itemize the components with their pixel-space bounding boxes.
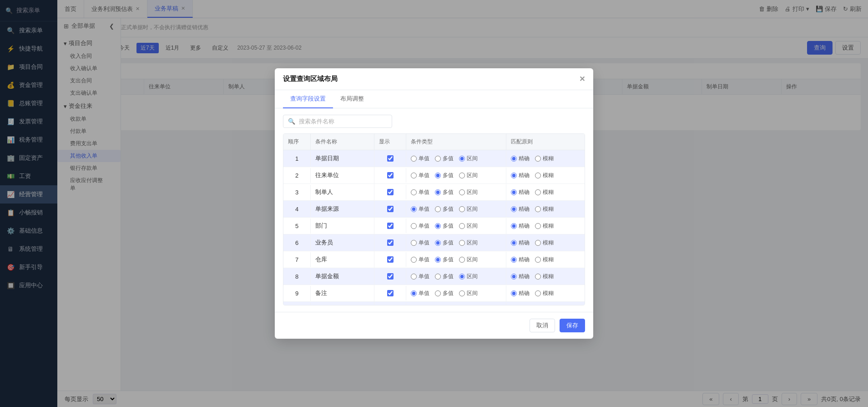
modal-overlay[interactable]: 设置查询区域布局 ✕ 查询字段设置布局调整 🔍 顺序条件名称显示条件类型匹配原则…: [0, 0, 868, 407]
match-radio-label-7-1[interactable]: 模糊: [535, 273, 554, 280]
match-radio-2-0[interactable]: [511, 189, 517, 195]
cond-radio-label-5-1[interactable]: 多值: [435, 239, 454, 247]
match-radio-label-1-0[interactable]: 精确: [511, 172, 530, 179]
cond-radio-5-0[interactable]: [411, 240, 417, 246]
cond-radio-label-5-0[interactable]: 单值: [411, 239, 429, 247]
match-radio-label-4-1[interactable]: 模糊: [535, 222, 554, 230]
match-radio-label-3-0[interactable]: 精确: [511, 205, 530, 213]
match-radio-label-2-0[interactable]: 精确: [511, 188, 530, 196]
match-radio-label-2-1[interactable]: 模糊: [535, 188, 554, 196]
cond-radio-3-1[interactable]: [435, 206, 441, 212]
show-checkbox-6[interactable]: [387, 256, 394, 263]
cond-radio-label-2-2[interactable]: 区间: [459, 188, 478, 196]
cond-radio-label-2-1[interactable]: 多值: [435, 188, 454, 196]
cond-radio-0-1[interactable]: [435, 156, 441, 162]
cond-radio-label-5-2[interactable]: 区间: [459, 239, 478, 247]
cond-radio-0-2[interactable]: [459, 156, 465, 162]
cond-radio-label-1-0[interactable]: 单值: [411, 172, 429, 179]
cond-radio-0-0[interactable]: [411, 156, 417, 162]
match-radio-5-0[interactable]: [511, 240, 517, 246]
match-radio-1-1[interactable]: [535, 173, 541, 178]
match-radio-label-1-1[interactable]: 模糊: [535, 172, 554, 179]
cond-radio-label-6-1[interactable]: 多值: [435, 256, 454, 264]
cond-radio-4-1[interactable]: [435, 223, 441, 229]
cond-radio-2-0[interactable]: [411, 189, 417, 195]
match-radio-label-6-1[interactable]: 模糊: [535, 256, 554, 264]
cond-radio-label-1-2[interactable]: 区间: [459, 172, 478, 179]
cond-radio-3-0[interactable]: [411, 206, 417, 212]
cond-radio-label-4-0[interactable]: 单值: [411, 222, 429, 230]
modal-close-button[interactable]: ✕: [579, 75, 585, 83]
cond-radio-2-2[interactable]: [459, 189, 465, 195]
match-radio-4-0[interactable]: [511, 223, 517, 229]
show-checkbox-7[interactable]: [387, 273, 394, 280]
match-radio-8-1[interactable]: [535, 290, 541, 296]
match-radio-6-1[interactable]: [535, 257, 541, 263]
match-radio-6-0[interactable]: [511, 257, 517, 263]
cond-radio-8-0[interactable]: [411, 290, 417, 296]
cond-radio-label-8-2[interactable]: 区间: [459, 290, 478, 297]
cond-radio-label-6-2[interactable]: 区间: [459, 256, 478, 264]
cond-radio-label-7-2[interactable]: 区间: [459, 273, 478, 280]
cond-radio-label-0-1[interactable]: 多值: [435, 155, 454, 163]
match-radio-3-1[interactable]: [535, 206, 541, 212]
show-checkbox-8[interactable]: [387, 290, 394, 296]
cond-radio-label-7-1[interactable]: 多值: [435, 273, 454, 280]
show-checkbox-4[interactable]: [387, 223, 394, 229]
cond-radio-label-3-2[interactable]: 区间: [459, 205, 478, 213]
cancel-button[interactable]: 取消: [530, 319, 555, 332]
show-checkbox-3[interactable]: [387, 206, 394, 212]
cond-radio-label-6-0[interactable]: 单值: [411, 256, 429, 264]
match-radio-1-0[interactable]: [511, 173, 517, 178]
cond-radio-4-0[interactable]: [411, 223, 417, 229]
cond-radio-label-0-2[interactable]: 区间: [459, 155, 478, 163]
cond-radio-label-4-1[interactable]: 多值: [435, 222, 454, 230]
show-checkbox-2[interactable]: [387, 189, 394, 195]
cond-radio-label-3-0[interactable]: 单值: [411, 205, 429, 213]
show-checkbox-5[interactable]: [387, 239, 394, 246]
cond-radio-1-0[interactable]: [411, 173, 417, 178]
modal-tab-布局调整[interactable]: 布局调整: [333, 90, 371, 108]
cond-radio-7-2[interactable]: [459, 274, 465, 280]
cond-radio-4-2[interactable]: [459, 223, 465, 229]
match-radio-label-0-0[interactable]: 精确: [511, 155, 530, 163]
match-radio-7-1[interactable]: [535, 274, 541, 280]
match-radio-8-0[interactable]: [511, 290, 517, 296]
match-radio-7-0[interactable]: [511, 274, 517, 280]
match-radio-2-1[interactable]: [535, 189, 541, 195]
match-radio-label-7-0[interactable]: 精确: [511, 273, 530, 280]
cond-radio-7-1[interactable]: [435, 274, 441, 280]
show-checkbox-0[interactable]: [387, 155, 394, 162]
match-radio-0-1[interactable]: [535, 156, 541, 162]
cond-radio-5-1[interactable]: [435, 240, 441, 246]
cond-radio-1-1[interactable]: [435, 173, 441, 178]
match-radio-label-5-0[interactable]: 精确: [511, 239, 530, 247]
match-radio-label-5-1[interactable]: 模糊: [535, 239, 554, 247]
show-checkbox-1[interactable]: [387, 172, 394, 178]
match-radio-label-8-0[interactable]: 精确: [511, 290, 530, 297]
cond-radio-6-0[interactable]: [411, 257, 417, 263]
cond-radio-2-1[interactable]: [435, 189, 441, 195]
cond-radio-7-0[interactable]: [411, 274, 417, 280]
match-radio-4-1[interactable]: [535, 223, 541, 229]
cond-radio-1-2[interactable]: [459, 173, 465, 178]
cond-radio-6-2[interactable]: [459, 257, 465, 263]
cond-radio-3-2[interactable]: [459, 206, 465, 212]
cond-radio-8-2[interactable]: [459, 290, 465, 296]
match-radio-label-8-1[interactable]: 模糊: [535, 290, 554, 297]
match-radio-label-0-1[interactable]: 模糊: [535, 155, 554, 163]
cond-radio-5-2[interactable]: [459, 240, 465, 246]
modal-tab-查询字段设置[interactable]: 查询字段设置: [283, 90, 333, 108]
cond-radio-label-3-1[interactable]: 多值: [435, 205, 454, 213]
cond-radio-label-1-1[interactable]: 多值: [435, 172, 454, 179]
cond-radio-label-0-0[interactable]: 单值: [411, 155, 429, 163]
cond-radio-label-4-2[interactable]: 区间: [459, 222, 478, 230]
modal-save-button[interactable]: 保存: [560, 319, 585, 332]
cond-radio-label-8-0[interactable]: 单值: [411, 290, 429, 297]
match-radio-0-0[interactable]: [511, 156, 517, 162]
cond-radio-label-7-0[interactable]: 单值: [411, 273, 429, 280]
cond-radio-label-2-0[interactable]: 单值: [411, 188, 429, 196]
match-radio-3-0[interactable]: [511, 206, 517, 212]
match-radio-label-6-0[interactable]: 精确: [511, 256, 530, 264]
condition-search-input[interactable]: [299, 118, 387, 125]
